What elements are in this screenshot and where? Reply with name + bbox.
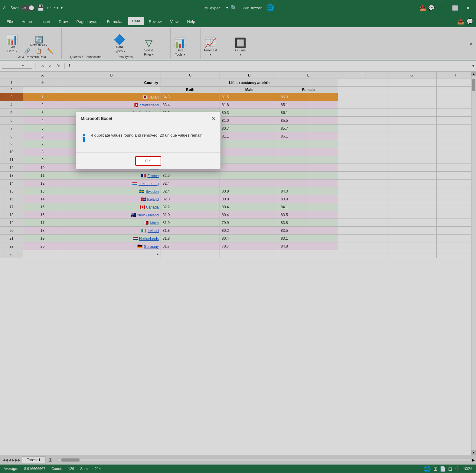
excel-dialog: Microsoft Excel ✕ ℹ 4 duplicate values f…: [76, 112, 221, 170]
dialog-ok-button[interactable]: OK: [135, 156, 161, 166]
dialog-overlay: Microsoft Excel ✕ ℹ 4 duplicate values f…: [0, 0, 476, 473]
dialog-footer: OK: [76, 152, 220, 169]
dialog-body: ℹ 4 duplicate values found and removed; …: [76, 125, 220, 152]
dialog-title-bar: Microsoft Excel ✕: [76, 112, 220, 125]
dialog-title: Microsoft Excel: [81, 116, 112, 121]
dialog-close-button[interactable]: ✕: [211, 115, 216, 122]
dialog-info-icon: ℹ: [82, 132, 86, 145]
dialog-message: 4 duplicate values found and removed; 20…: [91, 132, 214, 138]
